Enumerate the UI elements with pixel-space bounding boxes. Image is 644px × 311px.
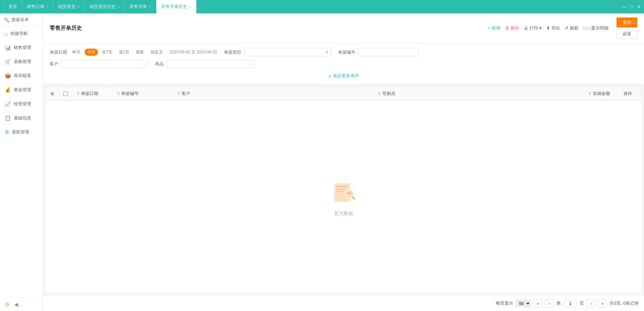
sidebar-item-operations[interactable]: 📈 经营管理 bbox=[0, 97, 43, 111]
sidebar-search[interactable]: 🔍 搜索采单 bbox=[0, 13, 43, 27]
operations-icon: 📈 bbox=[5, 101, 11, 107]
close-btn-window[interactable]: ✕ bbox=[637, 4, 641, 9]
tab-sales-order[interactable]: 销售订单 × bbox=[22, 0, 53, 13]
sidebar-item-finance[interactable]: 💰 资金管理 bbox=[0, 83, 43, 97]
sort-date-icon: ⇅ bbox=[77, 92, 80, 96]
date-pills: 昨天 今天 近7天 近1月 更多 自定义 bbox=[70, 49, 165, 56]
date-range-display: 2023-06-02 至 2023-06-02 bbox=[169, 49, 217, 55]
display-detail-checkbox: □ bbox=[583, 26, 586, 31]
bill-type-select[interactable]: ▾ bbox=[244, 48, 331, 56]
sidebar-item-sysadmin[interactable]: ⚙ 系统管理 bbox=[0, 125, 43, 139]
tab-homepage-label: 首页 bbox=[8, 4, 17, 10]
total-label: 共0页, 0条记录 bbox=[609, 300, 639, 306]
refresh-button[interactable]: ↺ 刷新 bbox=[565, 25, 579, 31]
th-guide[interactable]: ⇅ 导购员 bbox=[374, 87, 414, 100]
tab-retail-history-close[interactable]: × bbox=[189, 5, 191, 9]
collapse-filter-row[interactable]: ∧ 收起更多条件 bbox=[50, 71, 637, 82]
search-icon: 🔍 bbox=[4, 17, 9, 22]
sidebar-item-purchase[interactable]: 🛒 采购管理 bbox=[0, 55, 43, 69]
tab-sales-order-close[interactable]: × bbox=[46, 5, 48, 9]
empty-state: 暂无数据 bbox=[46, 101, 641, 293]
date-pill-yesterday[interactable]: 昨天 bbox=[70, 49, 83, 56]
next-page-icon: › bbox=[590, 301, 592, 306]
sidebar-item-basicinfo-label: 基础信息 bbox=[14, 115, 31, 121]
date-pill-7days[interactable]: 近7天 bbox=[99, 49, 115, 56]
basicinfo-icon: 📋 bbox=[5, 115, 11, 121]
svg-rect-2 bbox=[336, 186, 348, 187]
goods-dots-icon: ··· bbox=[247, 61, 251, 66]
date-pill-custom[interactable]: 自定义 bbox=[148, 49, 165, 56]
maximize-btn[interactable]: □ bbox=[630, 4, 633, 9]
th-amount-label: 实销金额 bbox=[593, 91, 610, 97]
display-detail-toggle[interactable]: □ □ 显示明细 bbox=[583, 25, 608, 31]
next-page-btn[interactable]: › bbox=[587, 299, 595, 308]
tab-retail-open-close[interactable]: × bbox=[149, 5, 151, 9]
filter-row-2: 客户 ··· 商品 ··· bbox=[50, 60, 637, 68]
th-settings[interactable]: ⚙ bbox=[46, 87, 59, 100]
sidebar-item-purchase-label: 采购管理 bbox=[14, 59, 31, 65]
th-date[interactable]: ⇅ 单据日期 bbox=[72, 87, 113, 100]
tab-return-close[interactable]: × bbox=[78, 5, 80, 9]
sidebar-item-operations-label: 经营管理 bbox=[14, 101, 31, 107]
th-customer[interactable]: ⇅ 客户 bbox=[173, 87, 374, 100]
table-settings-icon: ⚙ bbox=[50, 91, 54, 96]
delete-button[interactable]: 🗑 删除 bbox=[505, 25, 519, 31]
sidebar-item-quicknav[interactable]: ⌂ 快捷导航 bbox=[0, 27, 43, 41]
per-page-select[interactable]: 50 bbox=[516, 300, 531, 307]
query-button[interactable]: 查询 bbox=[616, 17, 637, 28]
tab-return[interactable]: 销货退货 × bbox=[53, 0, 85, 13]
add-button[interactable]: + 新增 bbox=[488, 25, 500, 31]
svg-rect-4 bbox=[336, 191, 343, 192]
toolbar: + 新增 🗑 删除 🖨 打印 ▾ ⬆ 导出 ↺ 刷新 □ □ 显示明细 bbox=[488, 17, 637, 39]
sidebar-item-sales[interactable]: 📊 销售管理 bbox=[0, 41, 43, 55]
page-header: 零售开单历史 + 新增 🗑 删除 🖨 打印 ▾ ⬆ 导出 ↺ 刷新 bbox=[43, 13, 644, 43]
date-pill-today[interactable]: 今天 bbox=[85, 49, 98, 56]
export-button[interactable]: ⬆ 导出 bbox=[546, 25, 560, 31]
minimize-btn[interactable]: — bbox=[622, 4, 626, 9]
sort-amount-icon: ⇅ bbox=[588, 92, 591, 96]
svg-point-6 bbox=[346, 191, 353, 197]
empty-icon bbox=[329, 176, 359, 207]
tab-retail-history[interactable]: 零售开单历史 × bbox=[156, 0, 196, 13]
th-bill-no[interactable]: ⇅ 单据编号 bbox=[113, 87, 173, 100]
th-bill-no-label: 单据编号 bbox=[121, 91, 139, 97]
date-pill-1month[interactable]: 近1月 bbox=[116, 49, 132, 56]
select-all-checkbox[interactable] bbox=[63, 92, 68, 96]
customer-filter-group: 客户 ··· bbox=[50, 60, 148, 68]
settings-bottom-icon[interactable]: ⚙ bbox=[5, 301, 9, 308]
th-amount[interactable]: ⇅ 实销金额 bbox=[414, 87, 615, 100]
tab-return-history-close[interactable]: × bbox=[118, 5, 120, 9]
home-icon: ⌂ bbox=[5, 31, 8, 37]
print-button-label: 🖨 打印 ▾ bbox=[524, 25, 542, 31]
goods-select[interactable]: ··· bbox=[166, 60, 254, 68]
page-suffix: 页 bbox=[580, 300, 584, 306]
display-detail-label: □ 显示明细 bbox=[587, 25, 608, 31]
sales-icon: 📊 bbox=[5, 45, 11, 51]
sidebar-item-basicinfo[interactable]: 📋 基础信息 bbox=[0, 111, 43, 125]
th-guide-label: 导购员 bbox=[382, 91, 395, 97]
collapse-sidebar-icon[interactable]: ◀ bbox=[14, 301, 18, 308]
page-title: 零售开单历史 bbox=[50, 25, 82, 32]
date-pill-more[interactable]: 更多 bbox=[133, 49, 147, 56]
first-page-btn[interactable]: « bbox=[534, 299, 542, 308]
setting-button[interactable]: 设置 bbox=[616, 29, 637, 39]
customer-select[interactable]: ··· bbox=[61, 60, 148, 68]
tab-retail-open[interactable]: 零售开单 × bbox=[125, 0, 156, 13]
th-checkbox[interactable] bbox=[59, 87, 72, 100]
tab-homepage[interactable]: 首页 bbox=[3, 0, 22, 13]
refresh-button-label: ↺ 刷新 bbox=[565, 25, 579, 31]
tab-return-history[interactable]: 销货退货历史 × bbox=[85, 0, 125, 13]
th-ops-label: 操作 bbox=[624, 91, 632, 97]
svg-rect-3 bbox=[336, 189, 345, 190]
th-customer-label: 客户 bbox=[182, 91, 190, 97]
page-input[interactable] bbox=[563, 300, 577, 307]
prev-page-btn[interactable]: ‹ bbox=[545, 299, 554, 308]
sidebar-item-inventory[interactable]: 📦 库存核算 bbox=[0, 69, 43, 83]
per-page-label: 每页显示 bbox=[496, 300, 513, 306]
last-page-btn[interactable]: » bbox=[598, 299, 607, 308]
table-container: ⚙ ⇅ 单据日期 ⇅ 单据编号 ⇅ 客户 ⇅ bbox=[46, 87, 641, 293]
print-button[interactable]: 🖨 打印 ▾ bbox=[524, 25, 542, 31]
inventory-icon: 📦 bbox=[5, 73, 11, 79]
tab-return-history-label: 销货退货历史 bbox=[90, 4, 116, 10]
bill-no-input[interactable] bbox=[358, 48, 418, 56]
